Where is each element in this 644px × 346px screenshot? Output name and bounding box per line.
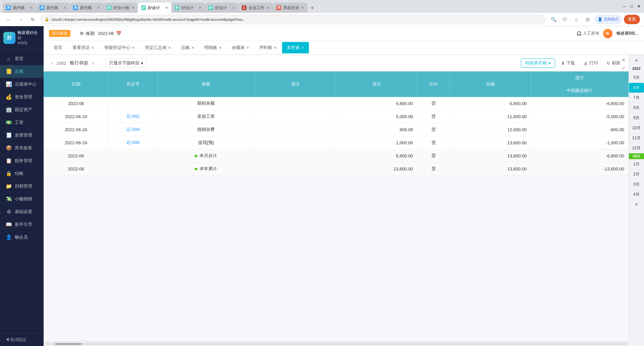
- update-button[interactable]: 更新: [624, 15, 640, 24]
- ledger-table: 日期 凭证号 摘要 借方 贷方 方向 余额 借方 中国建设银行: [44, 71, 629, 176]
- sidebar-item-home[interactable]: ⌂ 首页: [0, 52, 44, 65]
- refresh-button[interactable]: ↻: [28, 15, 38, 24]
- tab-close-icon[interactable]: ✕: [131, 6, 135, 10]
- tab-close-icon[interactable]: ✕: [232, 6, 235, 10]
- back-button[interactable]: ←: [4, 15, 13, 24]
- page-tab-summary[interactable]: 凭证汇总表 ✕: [140, 42, 176, 53]
- cell-voucher[interactable]: 记-002: [109, 110, 157, 123]
- page-tab-sequence[interactable]: 序时账 ✕: [255, 42, 281, 53]
- browser-tab-4[interactable]: 好 好会计账 ✕: [103, 3, 138, 13]
- tab-close-icon[interactable]: ✕: [267, 6, 270, 10]
- maximize-button[interactable]: □: [629, 4, 634, 9]
- calendar-month-6月[interactable]: 6月: [629, 83, 644, 93]
- browser-tab-2[interactable]: 易 易代账 ✕: [36, 3, 70, 13]
- sidebar-item-payroll[interactable]: 💵 工资: [0, 116, 44, 129]
- filter-select[interactable]: 只显示下级科目 ▾: [105, 58, 147, 68]
- calendar-month-7月[interactable]: 7月: [629, 93, 644, 103]
- expand-panel-button[interactable]: ⤢: [620, 64, 627, 72]
- shield-icon[interactable]: 🛡: [560, 15, 570, 24]
- calendar-scroll-down[interactable]: ▼: [633, 200, 640, 209]
- calendar-month-5月[interactable]: 5月: [629, 73, 644, 83]
- browser-tab-6[interactable]: 好 好会计 ✕: [171, 3, 205, 13]
- account-next-button[interactable]: ›: [91, 60, 96, 66]
- page-tab-multi[interactable]: 多栏账 ✕: [282, 42, 309, 53]
- calendar-month-2月[interactable]: 2月: [629, 169, 644, 180]
- calendar-month-11月[interactable]: 11月: [629, 133, 644, 143]
- page-tab-close-smart[interactable]: ✕: [132, 46, 135, 50]
- sidebar-item-expense[interactable]: 💸 小畅报销: [0, 193, 44, 205]
- sidebar-item-invoice[interactable]: 🧾 发票管理: [0, 129, 44, 142]
- scroll-thumb[interactable]: [55, 343, 82, 345]
- no-trace-button[interactable]: 👤 无痕模式: [594, 15, 622, 24]
- sidebar-item-assets[interactable]: 🏢 固定资产: [0, 103, 44, 116]
- tab-close-icon[interactable]: ✕: [30, 6, 33, 10]
- calendar-month-1月[interactable]: 1月: [629, 159, 644, 169]
- calendar-scroll-up[interactable]: ▲: [633, 55, 640, 64]
- browser-tab-3[interactable]: 易 易代账 ✕: [70, 3, 103, 13]
- page-tab-balance[interactable]: 余额表 ✕: [227, 42, 254, 53]
- browser-tab-5[interactable]: 好 好会计 ✕: [138, 3, 171, 13]
- page-tab-detail[interactable]: 明细账 ✕: [200, 42, 226, 53]
- tab-close-icon[interactable]: ✕: [63, 6, 66, 10]
- calendar-month-12月[interactable]: 12月: [629, 143, 644, 153]
- cell-voucher[interactable]: 记-004: [109, 123, 157, 136]
- page-tab-close-general[interactable]: ✕: [191, 46, 194, 50]
- page-tab-close-balance[interactable]: ✕: [246, 46, 249, 50]
- cell-voucher[interactable]: 记-006: [109, 136, 157, 149]
- sidebar-item-reports[interactable]: 📊 云报表中心: [0, 78, 44, 91]
- page-tab-close-sequence[interactable]: ✕: [274, 46, 277, 50]
- calendar-month-10月[interactable]: 10月: [629, 123, 644, 133]
- print-button[interactable]: 🖨 打印: [581, 59, 601, 67]
- page-tab-close-summary[interactable]: ✕: [168, 46, 171, 50]
- sidebar-item-funds[interactable]: 💰 资金管理: [0, 91, 44, 103]
- close-panel-button[interactable]: ✕: [620, 56, 627, 64]
- page-tab-home[interactable]: 首页: [49, 42, 67, 53]
- sidebar-item-tax[interactable]: 📋 税务管理: [0, 154, 44, 167]
- tab-close-icon[interactable]: ✕: [165, 6, 168, 10]
- sidebar-icon[interactable]: ⊡: [583, 15, 592, 24]
- close-window-button[interactable]: ✕: [637, 4, 641, 9]
- page-tab-close-detail[interactable]: ✕: [219, 46, 222, 50]
- browser-tab-9[interactable]: 用 用友好业 ✕: [273, 3, 308, 13]
- settings-icon[interactable]: ⚙: [80, 31, 84, 36]
- sidebar-item-settings[interactable]: ⚙ 基础设置: [0, 205, 44, 218]
- minimize-button[interactable]: ─: [622, 4, 627, 9]
- account-prev-button[interactable]: ‹: [49, 60, 55, 66]
- sidebar-item-ledger[interactable]: 📒 总账: [0, 65, 44, 78]
- page-tab-general[interactable]: 总账 ✕: [176, 42, 199, 53]
- sidebar-item-member[interactable]: 👤 畅会员: [0, 231, 44, 244]
- page-tab-close-voucher[interactable]: ✕: [91, 46, 94, 50]
- page-tab-close-multi[interactable]: ✕: [301, 46, 304, 50]
- browser-tab-1[interactable]: 易 易代账 ✕: [3, 3, 36, 13]
- page-tab-smart[interactable]: 智能凭证中心 ✕: [100, 42, 140, 53]
- browser-tab-8[interactable]: C 企业工作 ✕: [238, 3, 273, 13]
- consult-button[interactable]: 🎧 人工咨询: [577, 31, 599, 36]
- sidebar-item-inventory[interactable]: 📦 库存核算: [0, 142, 44, 154]
- search-icon[interactable]: 🔍: [549, 15, 558, 24]
- new-tab-button[interactable]: +: [308, 3, 317, 13]
- tab-close-icon[interactable]: ✕: [199, 6, 202, 10]
- forward-button[interactable]: →: [16, 15, 25, 24]
- calendar-month-3月[interactable]: 3月: [629, 180, 644, 190]
- page-tab-voucher[interactable]: 查看凭证 ✕: [68, 42, 99, 53]
- calendar-icon[interactable]: 📅: [116, 31, 121, 36]
- browser-tab-7[interactable]: 好 好会计 ✕: [205, 3, 238, 13]
- cell-credit: 800.00: [336, 123, 417, 136]
- sidebar-item-label-inventory: 库存核算: [15, 145, 32, 151]
- calendar-month-4月[interactable]: 4月: [629, 190, 644, 200]
- bottom-scrollbar[interactable]: [44, 341, 629, 346]
- calendar-month-9月[interactable]: 9月: [629, 113, 644, 123]
- sidebar-item-close[interactable]: 🔒 结账: [0, 167, 44, 180]
- download-button[interactable]: ⬇ 下载: [558, 59, 578, 67]
- unpin-button[interactable]: ◀ 取消固定: [5, 337, 38, 343]
- cell-direction: 贷: [417, 162, 450, 176]
- sidebar-item-guide[interactable]: 📖 新手引导: [0, 218, 44, 231]
- multi-col-button[interactable]: 特殊多栏账 ▾: [521, 58, 555, 68]
- url-bar[interactable]: 🔒 cloud2.chanjet.com/accounting/uh26t264…: [40, 15, 546, 24]
- tab-close-icon[interactable]: ✕: [97, 6, 100, 10]
- star-icon[interactable]: ☆: [572, 15, 581, 24]
- cell-summary: 发放工资: [157, 110, 255, 123]
- tab-close-icon[interactable]: ✕: [301, 6, 304, 10]
- sidebar-item-archive[interactable]: 📁 归档管理: [0, 180, 44, 193]
- calendar-month-8月[interactable]: 8月: [629, 103, 644, 113]
